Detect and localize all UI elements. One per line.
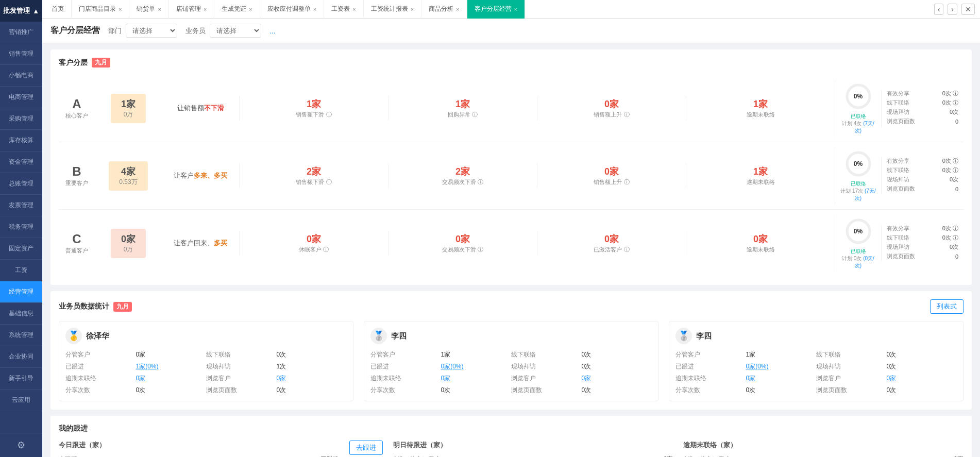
tab-close-商品分析[interactable]: × — [456, 6, 459, 12]
metric-C-1[interactable]: 0家 交易频次下滑 ⓘ — [388, 231, 537, 256]
tab-商品分析[interactable]: 商品分析× — [421, 0, 467, 19]
main-content: 客户分层 九月 A 核心客户 1家 0万 让销售额不下滑 1家 销售额下滑 ⓘ — [42, 43, 980, 457]
tab-close-生成凭证[interactable]: × — [249, 6, 252, 12]
tier-action-C: 让客户回来、多买 — [162, 239, 239, 248]
metric-A-2[interactable]: 0家 销售额上升 ⓘ — [537, 96, 686, 121]
biz-name-0: 徐泽华 — [86, 331, 109, 341]
tier-circle-C: 0% 已联络 计划 0次 (0天/次) — [835, 215, 881, 272]
tab-close-销货单[interactable]: × — [158, 6, 161, 12]
tab-店铺管理[interactable]: 店铺管理× — [169, 0, 214, 19]
sidebar-item-发票管理[interactable]: 发票管理 — [0, 195, 42, 216]
page-header-bar: 客户分层经营 部门 请选择 业务员 请选择 ... — [42, 19, 980, 43]
followup-overdue-row-1: A类（核心）客户 0家 — [683, 454, 964, 457]
customer-tier-title: 客户分层 九月 — [59, 58, 964, 67]
main-area: 首页门店商品目录×销货单×店铺管理×生成凭证×应收应付调整单×工资表×工资统计报… — [42, 0, 980, 457]
sidebar-item-系统管理[interactable]: 系统管理 — [0, 325, 42, 346]
tab-close-店铺管理[interactable]: × — [204, 6, 207, 12]
tab-next-button[interactable]: › — [948, 4, 957, 15]
sidebar-item-工资[interactable]: 工资 — [0, 260, 42, 281]
biz-stats-grid-0: 分管客户 0家 线下联络 0次已跟进 1家(0%) 现场拜访 1次逾期未联络 0… — [65, 350, 347, 395]
tab-门店商品目录[interactable]: 门店商品目录× — [72, 0, 129, 19]
tab-close-应收应付调整单[interactable]: × — [313, 6, 316, 12]
tier-circle-A: 0% 已联络 计划 4次 (7天/次) — [835, 80, 881, 137]
tier-action-A: 让销售额不下滑 — [162, 104, 239, 113]
staff-label: 业务员 — [185, 26, 206, 36]
tab-close-all-button[interactable]: ✕ — [961, 4, 975, 15]
metric-A-3: 1家 逾期未联络 — [686, 96, 835, 121]
biz-avatar-0: 🥇 — [65, 328, 82, 344]
tier-label-B: B 重要客户 — [59, 164, 95, 187]
tab-首页[interactable]: 首页 — [44, 0, 72, 19]
sidebar: 批发管理 ▲ 营销推广销售管理小畅电商电商管理采购管理库存核算资金管理总账管理发… — [0, 0, 42, 457]
sidebar-item-采购管理[interactable]: 采购管理 — [0, 108, 42, 130]
tier-count-C: 0家 0万 — [95, 229, 162, 258]
sidebar-collapse-icon[interactable]: ▲ — [32, 7, 39, 15]
staff-select[interactable]: 请选择 — [210, 24, 261, 38]
followup-goto-col: 去跟进 — [349, 441, 383, 455]
page-title: 客户分层经营 — [50, 25, 100, 36]
more-filter-icon[interactable]: ... — [269, 27, 276, 35]
biz-card-1: 🥈 李四 分管客户 1家 线下联络 0次已跟进 0家(0%) 现场拜访 0次逾期… — [364, 321, 658, 401]
sidebar-item-税务管理[interactable]: 税务管理 — [0, 216, 42, 238]
biz-name-1: 李四 — [391, 331, 407, 341]
tier-count-A: 1家 0万 — [95, 94, 162, 123]
followup-overdue-title: 逾期未联络（家） — [683, 441, 964, 450]
metric-B-0[interactable]: 2家 销售额下滑 ⓘ — [239, 163, 388, 188]
tab-销货单[interactable]: 销货单× — [129, 0, 168, 19]
tab-close-客户分层经营[interactable]: × — [514, 6, 517, 12]
tier-circle-B: 0% 已联络 计划 17次 (7天/次) — [835, 147, 881, 204]
sidebar-item-企业协同[interactable]: 企业协同 — [0, 346, 42, 368]
settings-icon: ⚙ — [17, 440, 25, 450]
metric-A-0[interactable]: 1家 销售额下滑 ⓘ — [239, 96, 388, 121]
sidebar-header[interactable]: 批发管理 ▲ — [0, 0, 42, 22]
sidebar-item-固定资产[interactable]: 固定资产 — [0, 238, 42, 260]
metric-C-0[interactable]: 0家 休眠客户 ⓘ — [239, 231, 388, 256]
sidebar-item-电商管理[interactable]: 电商管理 — [0, 87, 42, 108]
metric-B-1[interactable]: 2家 交易频次下滑 ⓘ — [388, 163, 537, 188]
biz-cards: 🥇 徐泽华 分管客户 0家 线下联络 0次已跟进 1家(0%) 现场拜访 1次逾… — [59, 321, 964, 401]
tab-客户分层经营[interactable]: 客户分层经营× — [467, 0, 525, 19]
sidebar-item-资金管理[interactable]: 资金管理 — [0, 151, 42, 173]
tier-metrics-B: 2家 销售额下滑 ⓘ 2家 交易频次下滑 ⓘ 0家 销售额上升 ⓘ 1家 逾期未… — [239, 163, 835, 188]
sidebar-item-营销推广[interactable]: 营销推广 — [0, 22, 42, 43]
biz-card-header-2: 🥈 李四 — [675, 328, 957, 344]
sidebar-item-小畅电商[interactable]: 小畅电商 — [0, 65, 42, 87]
biz-stats-title: 业务员数据统计 九月 — [59, 302, 132, 312]
metric-C-3: 0家 逾期未联络 — [686, 231, 835, 256]
list-view-button[interactable]: 列表式 — [930, 299, 964, 314]
biz-card-0: 🥇 徐泽华 分管客户 0家 线下联络 0次已跟进 1家(0%) 现场拜访 1次逾… — [59, 321, 353, 401]
sidebar-item-库存核算[interactable]: 库存核算 — [0, 130, 42, 151]
dept-filter-group: 部门 请选择 — [108, 24, 177, 38]
tab-工资统计报表[interactable]: 工资统计报表× — [364, 0, 421, 19]
tier-label-A: A 核心客户 — [59, 97, 95, 120]
biz-name-2: 李四 — [696, 331, 712, 341]
sidebar-item-新手引导[interactable]: 新手引导 — [0, 368, 42, 390]
metric-A-1[interactable]: 1家 回购异常 ⓘ — [388, 96, 537, 121]
tab-close-工资统计报表[interactable]: × — [411, 6, 414, 12]
tab-close-工资表[interactable]: × — [352, 6, 356, 12]
biz-stats-grid-1: 分管客户 1家 线下联络 0次已跟进 0家(0%) 现场拜访 0次逾期未联络 0… — [370, 350, 652, 395]
followup-today-row-1: 未跟踪 已联络 — [59, 454, 339, 457]
tab-生成凭证[interactable]: 生成凭证× — [214, 0, 260, 19]
tier-action-B: 让客户多来、多买 — [162, 171, 239, 180]
sidebar-settings-button[interactable]: ⚙ — [0, 433, 42, 457]
goto-followup-button[interactable]: 去跟进 — [349, 441, 383, 455]
biz-stats-grid-2: 分管客户 1家 线下联络 0次已跟进 0家(0%) 现场拜访 0次逾期未联络 0… — [675, 350, 957, 395]
tab-工资表[interactable]: 工资表× — [324, 0, 363, 19]
biz-section-header: 业务员数据统计 九月 列表式 — [59, 299, 964, 314]
dept-select[interactable]: 请选择 — [126, 24, 177, 38]
sidebar-item-经营管理[interactable]: 经营管理 — [0, 281, 42, 303]
followup-grid: 今日跟进（家） 未跟踪 已联络 去联络 1 去跟进 明日待跟进（家） — [59, 441, 964, 457]
metric-C-2[interactable]: 0家 已激活客户 ⓘ — [537, 231, 686, 256]
sidebar-item-总账管理[interactable]: 总账管理 — [0, 173, 42, 195]
sidebar-items-list: 营销推广销售管理小畅电商电商管理采购管理库存核算资金管理总账管理发票管理税务管理… — [0, 22, 42, 433]
tab-prev-button[interactable]: ‹ — [934, 4, 944, 15]
biz-avatar-1: 🥈 — [370, 328, 387, 344]
tab-应收应付调整单[interactable]: 应收应付调整单× — [260, 0, 324, 19]
tier-metrics-A: 1家 销售额下滑 ⓘ 1家 回购异常 ⓘ 0家 销售额上升 ⓘ 1家 逾期未联络 — [239, 96, 835, 121]
tab-close-门店商品目录[interactable]: × — [119, 6, 122, 12]
metric-B-2[interactable]: 0家 销售额上升 ⓘ — [537, 163, 686, 188]
sidebar-item-基础信息[interactable]: 基础信息 — [0, 303, 42, 325]
sidebar-item-销售管理[interactable]: 销售管理 — [0, 43, 42, 65]
sidebar-item-云应用[interactable]: 云应用 — [0, 390, 42, 411]
